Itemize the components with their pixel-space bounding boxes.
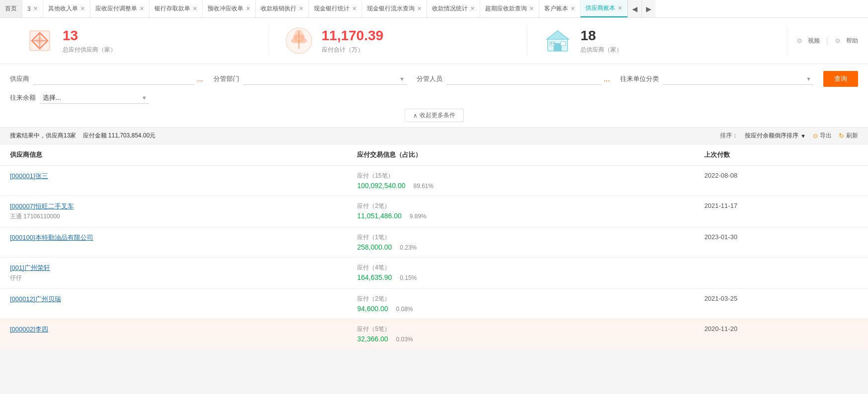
close-tab-other-income-icon[interactable]: ✕ [80,5,85,12]
close-tab-overdue-ar-icon[interactable]: ✕ [529,5,534,12]
summary-payable-suppliers: 13 总应付供应商（家） [10,26,269,56]
filter-person: 分管人员 ... [417,73,610,85]
divider: │ [826,37,830,44]
tx-label: 应付（4笔） [357,263,684,272]
supplier-cell: [001]广州荣轩仔仔 [0,258,347,289]
supplier-table: 供应商信息 应付交易信息（占比） 上次付数 [000001]张三应付（15笔）1… [0,144,868,349]
close-tab-bank-icon[interactable]: ✕ [193,5,197,12]
circle-icon: ⊙ [797,37,802,44]
close-tab-cash-bank-stat-icon[interactable]: ✕ [352,5,357,12]
tx-label: 应付（2笔） [357,295,684,303]
tx-label: 应付（15笔） [357,172,684,180]
nav-tab-supplier-ledger[interactable]: 供应商账本 ✕ [580,0,628,17]
department-select-wrapper: ▼ [243,73,407,85]
department-select[interactable] [243,73,407,84]
last-pay-date: 2021-03-25 [704,295,737,302]
filter-balance: 往来余额 选择... ▼ [10,92,149,104]
svg-rect-16 [561,42,566,46]
tx-amount-row: 100,092,540.0089.61% [357,182,684,190]
person-input[interactable] [446,73,601,85]
nav-tab-cash-bank-stat[interactable]: 现金银行统计 ✕ [309,0,362,17]
supplier-sub-info: 仔仔 [10,274,337,282]
close-tab-ar-ap-icon[interactable]: ✕ [140,5,144,12]
close-tab-3-icon[interactable]: ✕ [33,5,38,12]
collapse-button[interactable]: ∧ 收起更多条件 [405,109,464,122]
close-tab-receipt-stat-icon[interactable]: ✕ [470,5,475,12]
nav-tab-overdue-ar[interactable]: 超期应收款查询 ✕ [480,0,539,17]
nav-tab-prepay-offset[interactable]: 预收冲应收单 ✕ [203,0,256,17]
tx-amount[interactable]: 100,092,540.00 [357,182,405,190]
person-dots-icon[interactable]: ... [603,74,610,83]
supplier-link[interactable]: [000002]李四 [10,326,48,333]
nav-tab-ar-ap-adjust[interactable]: 应收应付调整单 ✕ [90,0,149,17]
tx-amount[interactable]: 32,366.00 [357,335,388,343]
col-last-pay: 上次付数 [694,144,868,166]
help-link[interactable]: 帮助 [846,37,858,45]
supplier-link[interactable]: [000012]广州贝瑞 [10,295,61,303]
sort-chevron-down-icon: ▼ [800,133,806,139]
tx-label: 应付（2笔） [357,202,684,210]
balance-label: 往来余额 [10,93,36,102]
payable-suppliers-content: 13 总应付供应商（家） [63,27,116,55]
unit-class-select[interactable] [663,73,814,84]
last-pay-cell: 2021-11-17 [694,196,868,227]
svg-rect-17 [551,43,552,44]
balance-select-wrapper: 选择... ▼ [40,92,149,104]
supplier-link[interactable]: [000007]恒旺二手叉车 [10,202,74,210]
filter-row-2: 往来余额 选择... ▼ [10,92,858,104]
balance-select[interactable]: 选择... [40,92,149,103]
nav-tab-3[interactable]: 3 ✕ [22,0,43,17]
table-row: [000002]李四应付（5笔）32,366.000.03%2020-11-20 [0,319,868,349]
close-tab-receipt-verify-icon[interactable]: ✕ [299,5,303,12]
close-tab-prepay-icon[interactable]: ✕ [246,5,250,12]
nav-tab-other-income[interactable]: 其他收入单 ✕ [43,0,90,17]
video-link[interactable]: 视频 [808,37,820,45]
table-row: [000100]本特勤油品有限公司应付（1笔）258,000.000.23%20… [0,227,868,258]
close-tab-supplier-ledger-icon[interactable]: ✕ [618,5,622,11]
nav-tab-receipt-verify[interactable]: 收款核销执行 ✕ [256,0,309,17]
results-actions: 排序： 按应付余额倒序排序 ▼ ⊙ 导出 ↻ 刷新 [720,131,858,140]
circle-icon2: ⊙ [835,37,840,44]
nav-right-arrow[interactable]: ▶ [642,0,655,18]
tx-amount[interactable]: 11,051,486.00 [357,212,402,220]
tx-amount[interactable]: 94,600.00 [357,305,388,313]
tx-percent: 9.89% [410,213,427,220]
tx-percent: 0.08% [396,306,413,313]
unit-class-select-wrapper: ▼ [663,73,814,85]
top-navigation: 首页 3 ✕ 其他收入单 ✕ 应收应付调整单 ✕ 银行存取款单 ✕ 预收冲应收单… [0,0,868,18]
table-row: [000001]张三应付（15笔）100,092,540.0089.61%202… [0,166,868,196]
tx-amount[interactable]: 164,635.90 [357,273,392,281]
total-suppliers-label: 总供应商（家） [580,46,622,54]
last-pay-date: 2020-11-20 [704,325,737,332]
last-pay-cell: 2023-01-30 [694,227,868,258]
tx-percent: 0.23% [400,244,417,251]
diamond-icon [25,26,55,56]
supplier-input[interactable] [33,73,195,85]
supplier-link[interactable]: [000001]张三 [10,172,48,180]
col-supplier-info: 供应商信息 [0,144,347,166]
last-pay-date: 2023-01-30 [704,233,737,241]
col-tx-info: 应付交易信息（占比） [347,144,694,166]
refresh-icon: ↻ [839,132,844,139]
nav-tab-receipt-stat[interactable]: 收款情况统计 ✕ [427,0,480,17]
query-button[interactable]: 查询 [823,71,858,87]
export-button[interactable]: ⊙ 导出 [813,131,832,140]
nav-left-arrow[interactable]: ◀ [628,0,642,18]
tx-amount-row: 258,000.000.23% [357,243,684,251]
filter-department: 分管部门 ▼ [214,73,407,85]
supplier-link[interactable]: [000100]本特勤油品有限公司 [10,234,93,241]
tx-amount[interactable]: 258,000.00 [357,243,392,251]
nav-tab-customer-ledger[interactable]: 客户账本 ✕ [539,0,580,17]
sort-select[interactable]: 按应付余额倒序排序 ▼ [745,131,806,140]
summary-total-suppliers: 18 总供应商（家） [528,26,787,56]
close-tab-customer-ledger-icon[interactable]: ✕ [571,5,575,12]
supplier-link[interactable]: [001]广州荣轩 [10,264,50,271]
wheat-icon [284,26,314,56]
supplier-dots-icon[interactable]: ... [197,74,203,83]
supplier-cell: [000100]本特勤油品有限公司 [0,227,347,258]
nav-tab-bank-deposit[interactable]: 银行存取款单 ✕ [149,0,203,17]
refresh-button[interactable]: ↻ 刷新 [839,131,858,140]
close-tab-cash-bank-flow-icon[interactable]: ✕ [417,5,422,12]
nav-tab-cash-bank-flow[interactable]: 现金银行流水查询 ✕ [362,0,427,17]
nav-tab-home[interactable]: 首页 [0,0,22,17]
